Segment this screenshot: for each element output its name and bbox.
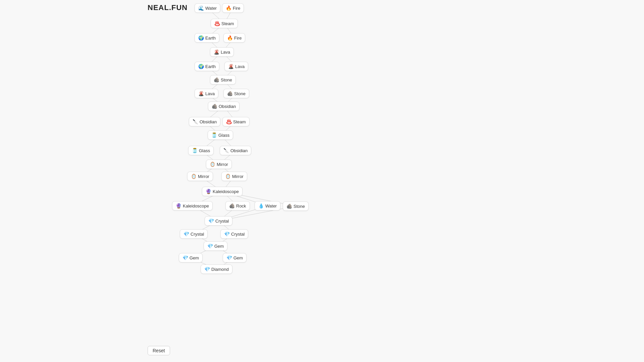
chip-emoji-stone1: 🪨 — [214, 77, 219, 82]
element-chip-lava3[interactable]: 🌋Lava — [195, 89, 218, 98]
element-chip-diamond1[interactable]: 💎Diamond — [201, 264, 232, 274]
chip-emoji-stone2: 🪨 — [227, 91, 233, 96]
element-chip-water1[interactable]: 🌊Water — [195, 3, 220, 13]
chip-label-kaleidoscope1: Kaleidoscope — [213, 189, 239, 194]
chip-emoji-earth2: 🌍 — [198, 64, 204, 69]
logo: NEAL.FUN — [148, 3, 187, 12]
chip-emoji-diamond1: 💎 — [204, 266, 210, 272]
element-chip-kaleidoscope1[interactable]: 🔮Kaleidoscope — [202, 187, 243, 196]
chip-emoji-glass1: 🫙 — [211, 132, 217, 138]
chip-label-lava2: Lava — [235, 64, 245, 69]
chip-label-mirror2: Mirror — [198, 174, 209, 179]
element-chip-obsidian3[interactable]: 🔪Obsidian — [220, 146, 251, 155]
chip-label-stone1: Stone — [221, 77, 232, 82]
connector-lines — [0, 0, 644, 362]
element-chip-stone1[interactable]: 🪨Stone — [210, 75, 236, 84]
element-chip-gem1[interactable]: 💎Gem — [204, 241, 227, 251]
chip-emoji-kaleidoscope2: 🔮 — [176, 203, 181, 208]
element-chip-mirror2[interactable]: 🪞Mirror — [187, 172, 213, 181]
chip-label-crystal1: Crystal — [215, 219, 229, 224]
chip-emoji-gem1: 💎 — [207, 243, 213, 249]
chip-label-mirror1: Mirror — [217, 162, 228, 167]
chip-label-gem1: Gem — [214, 244, 224, 249]
chip-emoji-earth1: 🌍 — [198, 35, 204, 41]
chip-emoji-lava2: 🌋 — [228, 64, 234, 69]
chip-label-obsidian1: Obsidian — [219, 104, 236, 109]
element-chip-fire1[interactable]: 🔥Fire — [222, 3, 244, 13]
reset-button[interactable]: Reset — [148, 346, 170, 355]
chip-label-kaleidoscope2: Kaleidoscope — [183, 203, 209, 208]
chip-emoji-steam1: ♨️ — [214, 21, 220, 26]
chip-emoji-water1: 🌊 — [198, 5, 204, 11]
chip-emoji-crystal2: 💎 — [183, 231, 189, 237]
chip-label-crystal3: Crystal — [231, 232, 245, 237]
chip-label-gem2: Gem — [190, 255, 199, 260]
chip-label-obsidian2: Obsidian — [200, 119, 217, 124]
element-chip-mirror1[interactable]: 🪞Mirror — [206, 160, 232, 169]
chip-label-fire1: Fire — [233, 6, 240, 11]
element-chip-kaleidoscope2[interactable]: 🔮Kaleidoscope — [172, 201, 213, 210]
chip-emoji-fire2: 🔥 — [227, 35, 233, 41]
element-chip-mirror3[interactable]: 🪞Mirror — [221, 172, 247, 181]
chip-label-steam1: Steam — [221, 21, 234, 26]
chip-emoji-stone3: 🪨 — [286, 203, 292, 209]
chip-emoji-lava3: 🌋 — [198, 91, 204, 96]
element-chip-glass1[interactable]: 🫙Glass — [208, 130, 233, 140]
chip-label-rock1: Rock — [236, 203, 246, 208]
element-chip-water2[interactable]: 💧Water — [255, 201, 280, 210]
chip-label-water1: Water — [205, 6, 217, 11]
element-chip-lava2[interactable]: 🌋Lava — [224, 62, 248, 71]
chip-label-steam2: Steam — [233, 119, 246, 124]
chip-emoji-obsidian2: 🔪 — [193, 119, 198, 124]
element-chip-gem2[interactable]: 💎Gem — [179, 253, 203, 262]
element-chip-glass2[interactable]: 🫙Glass — [188, 146, 214, 155]
element-chip-obsidian1[interactable]: 🪨Obsidian — [208, 102, 239, 111]
chip-emoji-rock1: 🪨 — [229, 203, 235, 208]
chip-label-lava1: Lava — [221, 50, 230, 55]
chip-label-fire2: Fire — [234, 36, 241, 41]
chip-emoji-gem3: 💎 — [226, 255, 232, 260]
chip-emoji-obsidian1: 🪨 — [212, 104, 217, 109]
element-chip-lava1[interactable]: 🌋Lava — [210, 47, 234, 57]
chip-label-glass1: Glass — [218, 133, 229, 138]
chip-emoji-kaleidoscope1: 🔮 — [206, 189, 211, 194]
chip-emoji-mirror1: 🪞 — [210, 162, 215, 167]
element-chip-crystal1[interactable]: 💎Crystal — [205, 216, 232, 226]
chip-label-diamond1: Diamond — [211, 267, 229, 272]
element-chip-rock1[interactable]: 🪨Rock — [225, 201, 250, 210]
element-chip-steam1[interactable]: ♨️Steam — [211, 19, 238, 28]
chip-label-obsidian3: Obsidian — [230, 148, 248, 153]
chip-label-gem3: Gem — [233, 255, 243, 260]
chip-emoji-obsidian3: 🔪 — [223, 148, 229, 153]
element-chip-crystal2[interactable]: 💎Crystal — [180, 229, 208, 239]
chip-emoji-water2: 💧 — [258, 203, 264, 208]
element-chip-gem3[interactable]: 💎Gem — [223, 253, 247, 262]
element-chip-steam2[interactable]: ♨️Steam — [222, 117, 250, 126]
chip-label-crystal2: Crystal — [191, 232, 204, 237]
element-chip-crystal3[interactable]: 💎Crystal — [220, 229, 248, 239]
chip-label-water2: Water — [265, 203, 277, 208]
element-chip-earth1[interactable]: 🌍Earth — [195, 33, 219, 43]
chip-emoji-fire1: 🔥 — [226, 5, 231, 11]
chip-emoji-crystal1: 💎 — [208, 218, 214, 224]
chip-label-mirror3: Mirror — [232, 174, 244, 179]
element-chip-fire2[interactable]: 🔥Fire — [223, 33, 245, 43]
chip-emoji-mirror3: 🪞 — [225, 174, 231, 179]
chip-emoji-steam2: ♨️ — [226, 119, 232, 124]
element-chip-stone3[interactable]: 🪨Stone — [283, 201, 309, 211]
chip-emoji-glass2: 🫙 — [192, 148, 198, 153]
chip-emoji-lava1: 🌋 — [214, 49, 219, 55]
chip-label-earth1: Earth — [205, 36, 216, 41]
chip-label-earth2: Earth — [205, 64, 216, 69]
chip-emoji-gem2: 💎 — [182, 255, 188, 260]
element-chip-earth2[interactable]: 🌍Earth — [195, 62, 219, 71]
chip-label-lava3: Lava — [205, 91, 215, 96]
chip-emoji-crystal3: 💎 — [224, 231, 230, 237]
element-chip-obsidian2[interactable]: 🔪Obsidian — [189, 117, 220, 126]
chip-label-stone2: Stone — [234, 91, 246, 96]
element-chip-stone2[interactable]: 🪨Stone — [223, 89, 249, 98]
chip-label-glass2: Glass — [199, 148, 210, 153]
chip-label-stone3: Stone — [293, 204, 305, 209]
chip-emoji-mirror2: 🪞 — [191, 174, 197, 179]
